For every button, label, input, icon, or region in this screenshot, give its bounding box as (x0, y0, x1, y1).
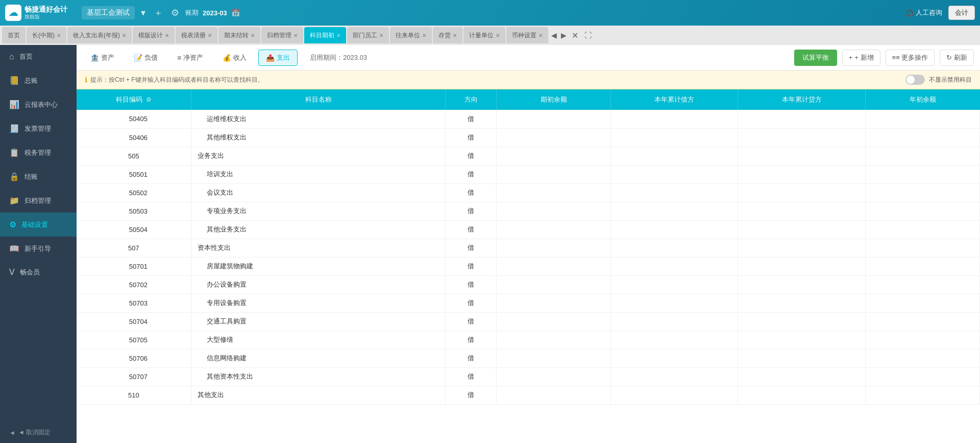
sidebar-item-guide[interactable]: 📖 新手引导 (0, 237, 77, 261)
tab-period-end[interactable]: 期末结转 ✕ (218, 27, 260, 43)
tab-archive[interactable]: 归档管理 ✕ (261, 27, 303, 43)
tab-prev-btn[interactable]: ◀ (549, 30, 559, 40)
settings-btn[interactable]: ⚙ (169, 5, 181, 20)
sidebar-item-ledger[interactable]: 📒 总账 (0, 68, 77, 92)
tab-midterm[interactable]: 长(中期) ✕ (27, 27, 66, 43)
calendar-icon[interactable]: 📅 (231, 9, 240, 17)
tab-unit-close[interactable]: ✕ (496, 33, 500, 38)
tab-period-end-close[interactable]: ✕ (251, 33, 255, 38)
subtab-income[interactable]: 💰 收入 (215, 50, 254, 66)
tabs-bar: 首页 长(中期) ✕ 收入支出表(年报) ✕ 模版设计 ✕ 税表清册 ✕ 期末结… (0, 26, 980, 45)
table-row[interactable]: 50405运维维权支出借 (77, 110, 980, 128)
table-body: 50405运维维权支出借50406其他维权支出借505业务支出借50501培训支… (77, 110, 980, 404)
more-label: 更多操作 (901, 54, 928, 61)
table-container[interactable]: 科目编码 ⚙ 科目名称 方向 期初余额 本年累计借方 本年累计贷方 年初余额 5… (77, 89, 980, 443)
account-btn[interactable]: 会计 (948, 6, 975, 20)
table-row[interactable]: 50703专用设备购置借 (77, 294, 980, 312)
tab-partner[interactable]: 往来单位 ✕ (390, 27, 432, 43)
col-header-direction: 方向 (446, 89, 497, 110)
tax-icon: 📋 (9, 148, 19, 157)
tab-template-close[interactable]: ✕ (165, 33, 169, 38)
table-row[interactable]: 507资本性支出借 (77, 239, 980, 257)
collapse-label: ◄ 取消固定 (18, 428, 51, 437)
tab-annual-close[interactable]: ✕ (122, 33, 126, 38)
add-company-btn[interactable]: ＋ (152, 5, 165, 21)
sidebar-guide-label: 新手引导 (24, 244, 51, 253)
subtab-asset-label: 资产 (101, 53, 114, 62)
tab-subject-init-close[interactable]: ✕ (336, 33, 340, 38)
col-settings-icon[interactable]: ⚙ (146, 96, 152, 103)
tab-midterm-label: 长(中期) (32, 31, 55, 40)
table-row[interactable]: 50502会议支出借 (77, 183, 980, 202)
sidebar-item-archive[interactable]: 📁 归档管理 (0, 189, 77, 213)
add-btn[interactable]: + + 新增 (842, 50, 880, 66)
add-icon: + (849, 54, 853, 61)
sidebar-report-label: 云报表中心 (24, 100, 58, 109)
table-row[interactable]: 50704交通工具购置借 (77, 312, 980, 331)
table-row[interactable]: 510其他支出借 (77, 386, 980, 404)
header-right: 🎧 人工咨询 会计 (905, 6, 975, 20)
refresh-label: 刷新 (954, 54, 967, 61)
tab-partner-close[interactable]: ✕ (422, 33, 426, 38)
table-row[interactable]: 50702办公设备购置借 (77, 275, 980, 294)
table-row[interactable]: 505业务支出借 (77, 147, 980, 165)
tab-archive-close[interactable]: ✕ (293, 33, 298, 38)
logo-sub: 旗舰版 (24, 13, 67, 20)
refresh-btn[interactable]: ↻ 刷新 (940, 50, 974, 66)
tab-annual[interactable]: 收入支出表(年报) ✕ (67, 27, 132, 43)
invoice-icon: 🧾 (9, 124, 19, 133)
tab-close-all-btn[interactable]: ✕ (569, 30, 581, 41)
sidebar-collapse-btn[interactable]: ◄ ◄ 取消固定 (0, 422, 77, 443)
tab-next-btn[interactable]: ▶ (559, 30, 569, 40)
tab-unit[interactable]: 计量单位 ✕ (463, 27, 505, 43)
more-btn[interactable]: ≡≡ 更多操作 (886, 50, 935, 66)
table-row[interactable]: 50406其他维权支出借 (77, 128, 980, 147)
sidebar-item-invoice[interactable]: 🧾 发票管理 (0, 116, 77, 141)
top-header: ☁ 畅捷通好会计 旗舰版 基层工会测试 ▾ ＋ ⚙ 账期 2023-03 📅 🎧… (0, 0, 980, 26)
company-name-btn[interactable]: 基层工会测试 (82, 6, 135, 19)
sidebar-item-member[interactable]: V 畅会员 (0, 261, 77, 284)
tab-tax-close[interactable]: ✕ (208, 33, 212, 38)
expenditure-icon: 📤 (266, 54, 275, 62)
sidebar-member-label: 畅会员 (20, 268, 40, 277)
subtab-income-label: 收入 (233, 53, 247, 62)
table-row[interactable]: 50503专项业务支出借 (77, 202, 980, 220)
tab-tax[interactable]: 税表清册 ✕ (176, 27, 217, 43)
tab-dept[interactable]: 部门员工 ✕ (347, 27, 389, 43)
support-btn[interactable]: 🎧 人工咨询 (905, 8, 942, 17)
home-icon: ⌂ (9, 52, 14, 61)
subtab-liability[interactable]: 📝 负债 (126, 50, 165, 66)
table-row[interactable]: 50504其他业务支出借 (77, 220, 980, 239)
balance-btn[interactable]: 试算平衡 (794, 50, 837, 66)
sidebar: ⌂ 首页 📒 总账 📊 云报表中心 🧾 发票管理 📋 税务管理 🔒 结账 📁 归… (0, 45, 77, 443)
subtab-asset[interactable]: 🏦 资产 (83, 50, 122, 66)
tab-midterm-close[interactable]: ✕ (57, 33, 61, 38)
col-header-balance: 期初余额 (496, 89, 610, 110)
sidebar-item-tax[interactable]: 📋 税务管理 (0, 141, 77, 165)
tab-currency[interactable]: 币种设置 ✕ (506, 27, 548, 43)
tab-template[interactable]: 模版设计 ✕ (133, 27, 175, 43)
table-row[interactable]: 50706信息网络购建借 (77, 349, 980, 367)
table-row[interactable]: 50701房屋建筑物购建借 (77, 257, 980, 275)
logo-text: 畅捷通好会计 (24, 5, 67, 14)
tab-inventory[interactable]: 存货 ✕ (433, 27, 462, 43)
table-row[interactable]: 50707其他资本性支出借 (77, 367, 980, 386)
company-dropdown-btn[interactable]: ▾ (139, 5, 148, 20)
sidebar-item-close[interactable]: 🔒 结账 (0, 165, 77, 189)
tab-inventory-close[interactable]: ✕ (453, 33, 457, 38)
table-row[interactable]: 50501培训支出借 (77, 165, 980, 183)
sidebar-item-settings[interactable]: ⚙ 基础设置 (0, 213, 77, 237)
sidebar-item-home[interactable]: ⌂ 首页 (0, 45, 77, 68)
toggle-disabled-switch[interactable] (905, 75, 925, 85)
tab-subject-init[interactable]: 科目期初 ✕ (304, 27, 346, 43)
subtab-net-asset[interactable]: ≡ 净资产 (169, 50, 211, 66)
sidebar-item-report[interactable]: 📊 云报表中心 (0, 92, 77, 116)
tab-expand-btn[interactable]: ⛶ (581, 30, 595, 40)
table-row[interactable]: 50705大型修缮借 (77, 331, 980, 349)
col-header-name: 科目名称 (191, 89, 445, 110)
tab-currency-close[interactable]: ✕ (538, 33, 543, 38)
tab-home[interactable]: 首页 (2, 27, 26, 43)
close-period-icon: 🔒 (9, 172, 19, 181)
tab-dept-close[interactable]: ✕ (379, 33, 383, 38)
subtab-expenditure[interactable]: 📤 支出 (258, 50, 298, 66)
